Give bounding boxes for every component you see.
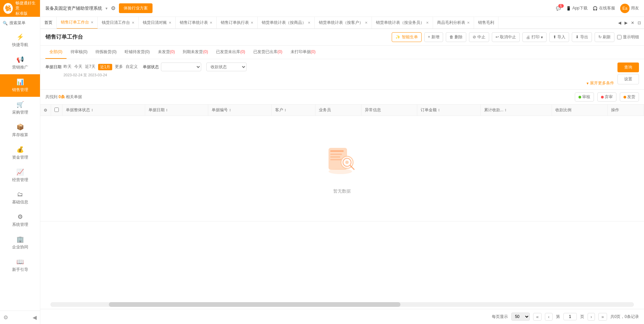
tab-maximize[interactable]: ⊡ — [636, 20, 642, 26]
tab-sales-order[interactable]: 销售订单工作台 ✕ — [57, 17, 98, 29]
topbar-dropdown-arrow[interactable]: ▾ — [105, 6, 108, 11]
payment-status-select[interactable]: 收款状态 — [206, 63, 247, 71]
sidebar-item-marketing[interactable]: 📢 营销推广 — [0, 52, 40, 74]
sidebar-item-purchase[interactable]: 🛒 采购管理 — [0, 97, 40, 119]
tab-cash-daily[interactable]: 钱货日清工作台 ✕ — [98, 17, 139, 29]
subtab-wangpu-ship[interactable]: 旺铺待发货(0) — [121, 46, 154, 59]
review-action-button[interactable]: 审核 — [575, 92, 594, 102]
status-select[interactable] — [161, 63, 201, 71]
date-1month[interactable]: 近1月 — [98, 64, 113, 70]
solution-button[interactable]: 体验行业方案 — [119, 3, 153, 13]
query-button[interactable]: 查询 — [617, 63, 639, 72]
filter-row-1: 单据日期 昨天 今天 近7天 近1月 更多 自定义 单据状态 — [45, 63, 614, 71]
cancel-review-action-button[interactable]: 弃审 — [597, 92, 616, 102]
online-service-item[interactable]: 🎧 在线客服 — [593, 5, 615, 11]
subtab-shipped-not-warehoused[interactable]: 已发货未出库(0) — [212, 46, 249, 59]
cancel-stop-button[interactable]: ↩ 取消中止 — [492, 32, 520, 42]
collapse-icon[interactable]: ◀ — [33, 314, 37, 321]
tab-scroll-left[interactable]: ◀ — [617, 20, 622, 26]
current-page-input[interactable]: 1 — [563, 313, 577, 320]
sidebar-item-guide[interactable]: 📖 新手引导 — [0, 254, 40, 277]
col-status[interactable]: 单据整体状态 ↕ — [62, 105, 145, 116]
svg-rect-2 — [330, 150, 344, 152]
delete-button[interactable]: 🗑 删除 — [446, 32, 466, 42]
smart-generate-button[interactable]: ✨ 智能生单 — [392, 32, 421, 42]
tab-sales-exec[interactable]: 销售订单执行表 ✕ — [217, 17, 258, 29]
tab-sales-stat-product[interactable]: 销货单统计表（按商品） ✕ — [258, 17, 315, 29]
subtab-pending-review[interactable]: 待审核(0) — [67, 46, 92, 59]
sidebar-search[interactable]: 🔍 搜索菜单 — [0, 17, 40, 29]
date-today[interactable]: 今天 — [74, 64, 82, 70]
col-collected[interactable]: 累计收款... ↕ — [480, 105, 552, 116]
sidebar-item-system[interactable]: ⚙ 系统管理 — [0, 209, 40, 232]
refresh-button[interactable]: ↻ 刷新 — [595, 32, 614, 42]
subtab-all[interactable]: 全部(0) — [45, 46, 67, 59]
tab-sales-stat[interactable]: 销售订单统计表 ✕ — [176, 17, 217, 29]
date-yesterday[interactable]: 昨天 — [63, 64, 72, 70]
filter-setting-button[interactable]: 设置 — [617, 74, 639, 84]
tab-sales-stat-customer[interactable]: 销货单统计表（按客户） ✕ — [315, 17, 372, 29]
col-amount[interactable]: 订单金额 ↕ — [417, 105, 480, 116]
close-cash-reconcile-tab[interactable]: ✕ — [169, 21, 171, 25]
tab-cash-reconcile[interactable]: 钱货日清对账 ✕ — [139, 17, 176, 29]
message-icon-item[interactable]: 💬 6 — [556, 6, 561, 11]
table-header-row: ⚙ 单据整体状态 ↕ 单据日期 ↕ 单据编号 ↕ — [40, 105, 644, 116]
tab-sales-stat-staff[interactable]: 销货单统计表（按业务员） ✕ — [372, 17, 433, 29]
expand-filter-button[interactable]: ▾ 展开更多条件 — [587, 80, 614, 86]
sidebar-item-finance[interactable]: 💰 资金管理 — [0, 142, 40, 164]
close-margin-analysis-tab[interactable]: ✕ — [467, 21, 470, 25]
import-button[interactable]: ⬆ 导入 — [549, 32, 569, 42]
subtab-overdue-not-shipped[interactable]: 到期未发货(0) — [179, 46, 212, 59]
close-sales-exec-tab[interactable]: ✕ — [251, 21, 253, 25]
tab-margin-analysis[interactable]: 商品毛利分析表 ✕ — [433, 17, 474, 29]
sidebar-item-sales[interactable]: 📊 销售管理 — [0, 74, 40, 97]
export-button[interactable]: ⬇ 导出 — [572, 32, 592, 42]
close-cash-daily-tab[interactable]: ✕ — [132, 21, 134, 25]
sidebar-item-corp[interactable]: 🏢 企业协同 — [0, 232, 40, 254]
ship-action-button[interactable]: 发货 — [620, 92, 639, 102]
sidebar-item-inventory[interactable]: 📦 库存核算 — [0, 119, 40, 142]
next-page-button[interactable]: › — [588, 313, 595, 321]
close-sales-stat-tab[interactable]: ✕ — [210, 21, 212, 25]
subtab-shipped-warehoused[interactable]: 已发货已出库(0) — [249, 46, 287, 59]
page-size-select[interactable]: 50 10 20 100 — [511, 313, 530, 321]
print-button[interactable]: 🖨 打印 ▾ — [522, 32, 547, 42]
close-sales-stat-customer-tab[interactable]: ✕ — [365, 21, 368, 25]
subtab-not-shipped[interactable]: 未发货(0) — [154, 46, 179, 59]
select-all-checkbox[interactable] — [54, 108, 59, 112]
last-page-button[interactable]: » — [598, 313, 607, 321]
date-more[interactable]: 更多 — [115, 64, 123, 70]
close-sales-order-tab[interactable]: ✕ — [91, 21, 93, 24]
prev-page-button[interactable]: ‹ — [545, 313, 552, 321]
subtab-not-printed[interactable]: 未打印单据(0) — [287, 46, 320, 59]
date-7days[interactable]: 近7天 — [85, 64, 95, 70]
print-dropdown[interactable]: ▾ — [541, 35, 543, 40]
tab-home[interactable]: 首页 — [40, 17, 57, 29]
settings-icon[interactable]: ⚙ — [3, 314, 8, 321]
first-page-button[interactable]: « — [533, 313, 542, 321]
show-detail-label[interactable]: 显示明细 — [617, 34, 639, 40]
col-settings[interactable]: ⚙ — [40, 105, 51, 116]
stop-button[interactable]: ⊘ 中止 — [469, 32, 489, 42]
date-custom[interactable]: 自定义 — [126, 64, 138, 70]
settings-gear-icon[interactable]: ⚙ — [111, 5, 116, 11]
app-download-item[interactable]: 📱 App下载 — [566, 5, 588, 11]
col-date[interactable]: 单据日期 ↕ — [145, 105, 208, 116]
sidebar-item-basic[interactable]: 🗂 基础信息 — [0, 187, 40, 209]
add-button[interactable]: + 新增 — [424, 32, 443, 42]
col-number[interactable]: 单据编号 ↕ — [208, 105, 271, 116]
user-item[interactable]: Ea 用友 — [620, 4, 639, 13]
sidebar-item-operation[interactable]: 📈 经营管理 — [0, 164, 40, 187]
col-checkbox[interactable] — [51, 105, 62, 116]
show-detail-checkbox[interactable] — [617, 35, 621, 39]
margin-analysis-tab-label: 商品毛利分析表 — [437, 20, 465, 26]
sidebar-item-quick-nav[interactable]: ⚡ 快捷导航 — [0, 29, 40, 52]
tab-sales-profit[interactable]: 销售毛利 — [474, 17, 499, 29]
tab-scroll-right[interactable]: ▶ — [623, 20, 629, 26]
close-sales-stat-staff-tab[interactable]: ✕ — [426, 21, 429, 25]
subtab-pending-check[interactable]: 待拣验货(0) — [91, 46, 121, 59]
horizontal-scrollbar[interactable] — [40, 300, 644, 309]
tab-close-all[interactable]: ✕ — [630, 20, 636, 26]
close-sales-stat-product-tab[interactable]: ✕ — [308, 21, 310, 25]
col-customer[interactable]: 客户 ↕ — [271, 105, 315, 116]
